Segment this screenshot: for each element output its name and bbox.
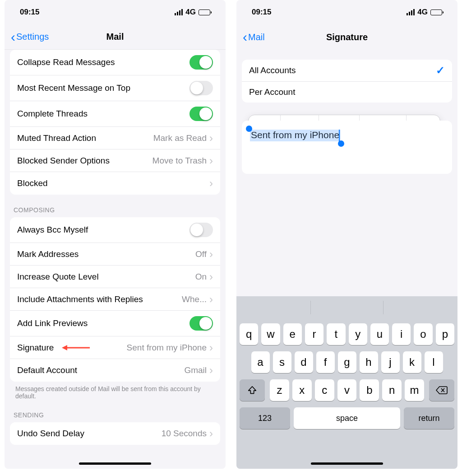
keyboard-row-3: z x c v b n m (240, 379, 454, 401)
row-muted-action[interactable]: Muted Thread Action Mark as Read › (10, 127, 220, 149)
checkmark-icon: ✓ (436, 64, 445, 77)
group-sending: Undo Send Delay 10 Seconds › (10, 422, 220, 445)
row-complete-threads[interactable]: Complete Threads (10, 101, 220, 127)
key-l[interactable]: l (425, 351, 443, 373)
value-muted-action: Mark as Read (153, 133, 207, 143)
key-j[interactable]: j (381, 351, 400, 373)
signature-content: All Accounts ✓ Per Account Cut Copy Past… (236, 50, 457, 296)
row-mark-addresses[interactable]: Mark Addresses Off › (10, 243, 220, 266)
onscreen-keyboard: q w e r t y u i o p a s d f g h j k l (236, 296, 457, 469)
toggle-recent-top[interactable] (189, 81, 213, 95)
home-indicator[interactable] (79, 462, 151, 465)
key-s[interactable]: s (273, 351, 291, 373)
key-p[interactable]: p (436, 323, 454, 345)
key-u[interactable]: u (370, 323, 389, 345)
chevron-right-icon: › (209, 155, 213, 166)
key-n[interactable]: n (382, 379, 402, 401)
key-h[interactable]: h (360, 351, 378, 373)
key-w[interactable]: w (261, 323, 280, 345)
key-c[interactable]: c (315, 379, 334, 401)
key-i[interactable]: i (392, 323, 411, 345)
phone-mail-settings: 09:15 4G ‹ Settings Mail Collapse Read M… (5, 0, 226, 469)
chevron-right-icon: › (209, 428, 213, 439)
nav-header: ‹ Settings Mail (5, 24, 226, 50)
keyboard-row-2: a s d f g h j k l (240, 351, 454, 373)
selection-handle-start-icon[interactable] (246, 126, 252, 132)
value-blocked-sender: Move to Trash (152, 156, 207, 166)
chevron-right-icon: › (209, 365, 213, 376)
key-a[interactable]: a (251, 351, 270, 373)
chevron-right-icon: › (209, 271, 213, 282)
section-sending-label: SENDING (14, 411, 217, 419)
status-time: 09:15 (252, 8, 271, 17)
key-g[interactable]: g (338, 351, 356, 373)
row-default-account[interactable]: Default Account Gmail › (10, 359, 220, 382)
row-collapse-read[interactable]: Collapse Read Messages (10, 50, 220, 75)
row-increase-quote[interactable]: Increase Quote Level On › (10, 266, 220, 288)
text-caret-icon (339, 130, 340, 141)
key-z[interactable]: z (270, 379, 289, 401)
status-right: 4G (407, 8, 442, 17)
row-per-account[interactable]: Per Account (242, 82, 452, 103)
key-k[interactable]: k (403, 351, 421, 373)
battery-icon (430, 9, 442, 15)
chevron-right-icon: › (209, 133, 213, 144)
signature-text-input[interactable]: Sent from my iPhone (242, 121, 452, 174)
toggle-complete-threads[interactable] (189, 107, 213, 121)
statusbar: 09:15 4G (236, 0, 457, 24)
key-b[interactable]: b (360, 379, 379, 401)
svg-marker-1 (62, 345, 67, 350)
row-all-accounts[interactable]: All Accounts ✓ (242, 60, 452, 82)
row-include-attachments[interactable]: Include Attachments with Replies Whe... … (10, 288, 220, 311)
key-r[interactable]: r (305, 323, 323, 345)
group-threading: Collapse Read Messages Most Recent Messa… (10, 50, 220, 195)
statusbar: 09:15 4G (5, 0, 226, 24)
nav-header: ‹ Mail Signature (236, 24, 457, 50)
key-x[interactable]: x (292, 379, 312, 401)
key-m[interactable]: m (405, 379, 424, 401)
status-network: 4G (417, 8, 428, 17)
toggle-always-bcc[interactable] (189, 223, 213, 237)
key-f[interactable]: f (316, 351, 335, 373)
row-blocked-sender-options[interactable]: Blocked Sender Options Move to Trash › (10, 149, 220, 172)
shift-icon (247, 385, 257, 395)
chevron-right-icon: › (209, 342, 213, 353)
key-return[interactable]: return (404, 407, 454, 429)
selection-handle-end-icon[interactable] (338, 140, 344, 147)
key-numbers[interactable]: 123 (240, 407, 290, 429)
key-o[interactable]: o (414, 323, 432, 345)
key-space[interactable]: space (294, 407, 400, 429)
row-blocked[interactable]: Blocked › (10, 172, 220, 195)
back-label: Mail (248, 32, 265, 42)
status-time: 09:15 (20, 8, 39, 17)
key-backspace[interactable] (429, 379, 454, 401)
key-t[interactable]: t (327, 323, 345, 345)
chevron-left-icon: ‹ (11, 30, 15, 44)
status-right: 4G (175, 8, 210, 17)
key-v[interactable]: v (337, 379, 357, 401)
row-recent-top[interactable]: Most Recent Message on Top (10, 75, 220, 101)
chevron-right-icon: › (209, 178, 213, 189)
row-signature[interactable]: Signature Sent from my iPhone › (10, 336, 220, 359)
keyboard-suggestion-dividers (240, 301, 454, 314)
key-shift[interactable] (240, 379, 265, 401)
row-undo-send[interactable]: Undo Send Delay 10 Seconds › (10, 422, 220, 445)
group-scope: All Accounts ✓ Per Account (242, 60, 452, 103)
selected-signature-text[interactable]: Sent from my iPhone (250, 130, 341, 141)
key-q[interactable]: q (240, 323, 258, 345)
row-add-link-previews[interactable]: Add Link Previews (10, 311, 220, 336)
row-always-bcc[interactable]: Always Bcc Myself (10, 217, 220, 243)
key-d[interactable]: d (295, 351, 313, 373)
settings-content: Collapse Read Messages Most Recent Messa… (5, 50, 226, 469)
section-composing-label: COMPOSING (14, 206, 217, 214)
page-title: Signature (236, 32, 457, 42)
toggle-add-link-previews[interactable] (189, 316, 213, 331)
back-button[interactable]: ‹ Settings (11, 30, 49, 44)
chevron-left-icon: ‹ (243, 30, 247, 44)
home-indicator[interactable] (311, 462, 383, 465)
key-y[interactable]: y (349, 323, 367, 345)
key-e[interactable]: e (283, 323, 302, 345)
cellular-bars-icon (407, 9, 415, 15)
toggle-collapse-read[interactable] (189, 55, 213, 70)
back-button[interactable]: ‹ Mail (243, 30, 265, 44)
